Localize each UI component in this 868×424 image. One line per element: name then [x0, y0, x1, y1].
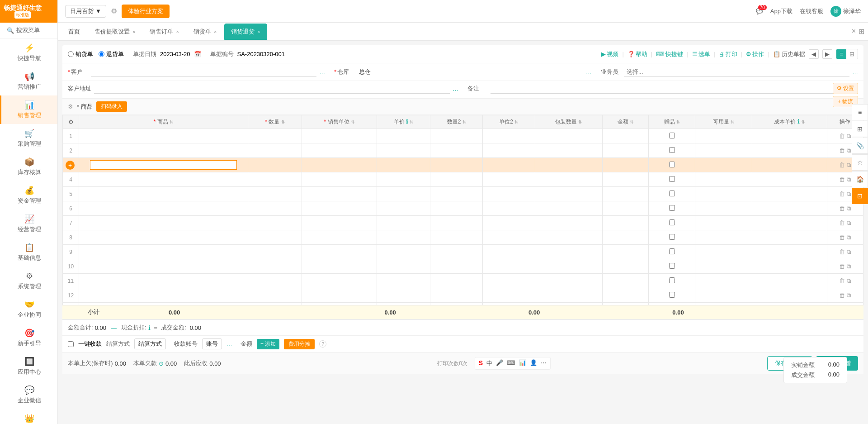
cost-cell[interactable]: [752, 129, 827, 143]
delete-row-icon[interactable]: 🗑: [839, 292, 845, 299]
gift-checkbox[interactable]: [669, 162, 675, 167]
qty-cell[interactable]: [248, 230, 302, 245]
tab-sale-order-close[interactable]: ×: [176, 29, 179, 34]
action-video[interactable]: ▶ 视频: [601, 50, 618, 58]
available-cell[interactable]: [695, 288, 752, 303]
cost-cell[interactable]: [752, 201, 827, 216]
price-cell[interactable]: [377, 230, 430, 245]
pack-cell[interactable]: [535, 245, 602, 259]
delete-row-icon[interactable]: 🗑: [839, 219, 845, 227]
cost-cell[interactable]: [752, 216, 827, 230]
sidebar-item-purchase[interactable]: 🛒 采购管理: [0, 124, 57, 152]
qty-cell[interactable]: [248, 187, 302, 201]
price-cell[interactable]: [377, 216, 430, 230]
copy-row-icon[interactable]: ⧉: [847, 147, 851, 154]
cost-cell[interactable]: [752, 143, 827, 158]
price-cell[interactable]: [377, 172, 430, 187]
unit-cell[interactable]: [302, 245, 377, 259]
settings-button[interactable]: ⚙ 设置: [833, 83, 858, 94]
available-cell[interactable]: [695, 259, 752, 274]
action-shortcut[interactable]: ⌨ 快捷键: [656, 50, 683, 58]
topbar-gear-icon[interactable]: ⚙: [111, 7, 117, 15]
gift-cell[interactable]: [649, 216, 695, 230]
price-sort-icon[interactable]: ⇅: [410, 119, 413, 124]
qty-cell[interactable]: [248, 259, 302, 274]
gift-cell[interactable]: [649, 187, 695, 201]
gift-cell[interactable]: [649, 259, 695, 274]
unit2-cell[interactable]: [483, 201, 535, 216]
unit-sort-icon[interactable]: ⇅: [351, 119, 354, 124]
delete-row-icon[interactable]: 🗑: [839, 162, 845, 169]
gift-checkbox[interactable]: [669, 263, 675, 269]
rsp-list-btn[interactable]: ≡: [852, 104, 868, 120]
goods-cell[interactable]: [79, 172, 248, 187]
qty2-cell[interactable]: [430, 158, 483, 172]
avail-sort-icon[interactable]: ⇅: [731, 119, 734, 124]
pack-cell[interactable]: [535, 288, 602, 303]
s-icon[interactable]: S: [479, 359, 483, 367]
pack-cell[interactable]: [535, 158, 602, 172]
goods-cell[interactable]: [79, 259, 248, 274]
available-cell[interactable]: [695, 274, 752, 288]
price-cell[interactable]: [377, 143, 430, 158]
tab-sale-order[interactable]: 销售订单 ×: [143, 24, 185, 40]
gift-checkbox[interactable]: [669, 219, 675, 225]
calc-method-value[interactable]: 结算方式: [134, 338, 166, 349]
goods-cell[interactable]: [79, 129, 248, 143]
sidebar-item-finance[interactable]: 💰 资金管理: [0, 181, 57, 210]
sidebar-item-cooperation[interactable]: 🤝 企业协同: [0, 295, 57, 324]
unit-cell[interactable]: [302, 259, 377, 274]
qty-cell[interactable]: [248, 201, 302, 216]
price-cell[interactable]: [377, 129, 430, 143]
action-select[interactable]: ☰ 选单: [692, 50, 710, 58]
delete-row-icon[interactable]: 🗑: [839, 277, 845, 285]
amount-cell[interactable]: [602, 187, 648, 201]
qty-cell[interactable]: [248, 288, 302, 303]
tab-sale-return-close[interactable]: ×: [257, 29, 260, 34]
gift-checkbox[interactable]: [669, 191, 675, 196]
rsp-attach-btn[interactable]: 📎: [852, 138, 868, 154]
delete-row-icon[interactable]: 🗑: [839, 191, 845, 198]
account-placeholder[interactable]: 账号: [202, 338, 222, 349]
zh-icon[interactable]: 中: [486, 359, 492, 367]
amount-cell[interactable]: [602, 129, 648, 143]
app-download-link[interactable]: App下载: [770, 7, 793, 15]
copy-row-icon[interactable]: ⧉: [847, 176, 851, 183]
unit2-cell[interactable]: [483, 172, 535, 187]
pack-cell[interactable]: [535, 143, 602, 158]
cost-cell[interactable]: [752, 274, 827, 288]
copy-row-icon[interactable]: ⧉: [847, 234, 851, 241]
gift-cell[interactable]: [649, 245, 695, 259]
gift-cell[interactable]: [649, 129, 695, 143]
goods-cell[interactable]: [79, 143, 248, 158]
gift-cell[interactable]: [649, 143, 695, 158]
qty2-cell[interactable]: [430, 143, 483, 158]
goods-cell[interactable]: [79, 288, 248, 303]
mic-icon[interactable]: 🎤: [496, 359, 503, 367]
copy-row-icon[interactable]: ⧉: [847, 277, 851, 285]
delete-row-icon[interactable]: 🗑: [839, 176, 845, 183]
goods-cell[interactable]: [79, 201, 248, 216]
gift-checkbox[interactable]: [669, 205, 675, 211]
rsp-star-btn[interactable]: ☆: [852, 154, 868, 171]
copy-row-icon[interactable]: ⧉: [847, 205, 851, 212]
price-cell[interactable]: [377, 274, 430, 288]
gift-checkbox[interactable]: [669, 234, 675, 240]
pack-cell[interactable]: [535, 259, 602, 274]
sidebar-item-sales[interactable]: 📊 销售管理: [0, 95, 57, 124]
unit2-cell[interactable]: [483, 216, 535, 230]
one-key-checkbox[interactable]: [68, 341, 74, 347]
unit2-cell[interactable]: [483, 158, 535, 172]
unit-cell[interactable]: [302, 216, 377, 230]
delete-row-icon[interactable]: 🗑: [839, 133, 845, 140]
tab-sale-goods-close[interactable]: ×: [214, 29, 217, 34]
qty2-cell[interactable]: [430, 172, 483, 187]
delete-row-icon[interactable]: 🗑: [839, 248, 845, 256]
tab-sale-return[interactable]: 销货退货 ×: [224, 24, 267, 40]
pack-cell[interactable]: [535, 172, 602, 187]
pack-cell[interactable]: [535, 129, 602, 143]
gift-checkbox[interactable]: [669, 147, 675, 153]
price-info-icon[interactable]: ℹ: [406, 118, 408, 125]
address-input[interactable]: [94, 84, 450, 94]
unit2-cell[interactable]: [483, 230, 535, 245]
